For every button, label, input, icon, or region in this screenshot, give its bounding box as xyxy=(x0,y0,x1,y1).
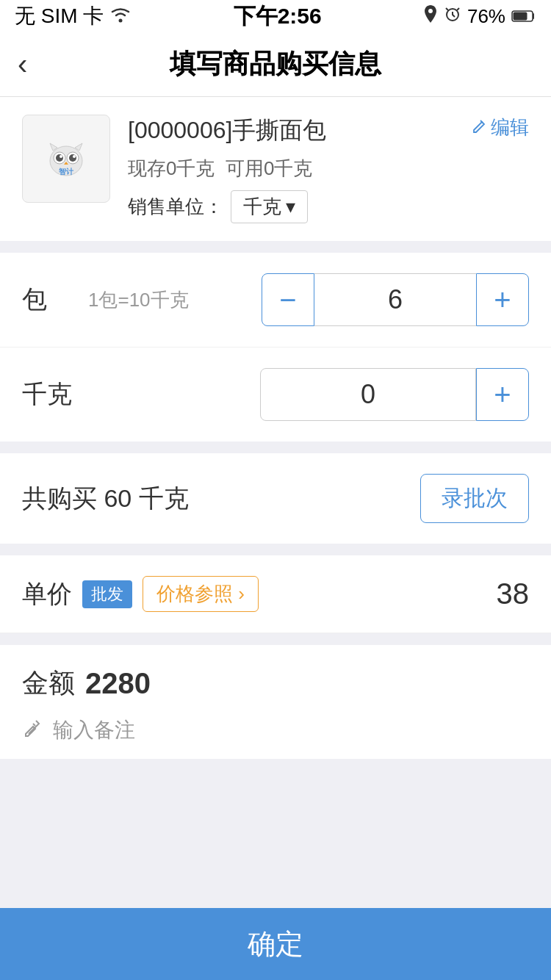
edit-icon xyxy=(472,116,488,139)
kg-row: 千克 + xyxy=(0,347,551,442)
batch-button[interactable]: 录批次 xyxy=(420,474,529,523)
confirm-button[interactable]: 确定 xyxy=(0,908,551,980)
pack-plus-button[interactable]: + xyxy=(476,273,529,326)
pencil-icon xyxy=(22,718,43,743)
status-time: 下午2:56 xyxy=(234,1,322,32)
summary-text: 共购买 60 千克 xyxy=(22,482,189,516)
product-name: [0000006]手撕面包 xyxy=(128,115,454,147)
svg-text:智计: 智计 xyxy=(58,167,74,176)
kg-plus-button[interactable]: + xyxy=(476,368,529,421)
price-badge: 批发 xyxy=(82,580,132,608)
pack-label: 包 xyxy=(22,283,81,317)
back-button[interactable]: ‹ xyxy=(18,48,27,81)
price-ref-button[interactable]: 价格参照 › xyxy=(143,576,259,612)
kg-input[interactable] xyxy=(260,368,476,421)
kg-controls: + xyxy=(260,368,529,421)
pack-hint: 1包=10千克 xyxy=(88,287,262,313)
status-bar: 无 SIM 卡 下午2:56 76% xyxy=(0,0,551,32)
svg-point-7 xyxy=(56,154,63,162)
summary-row: 共购买 60 千克 录批次 xyxy=(0,453,551,544)
location-icon xyxy=(423,5,438,28)
svg-rect-3 xyxy=(514,12,527,20)
quantity-section: 包 1包=10千克 − + 千克 + xyxy=(0,253,551,442)
pack-row: 包 1包=10千克 − + xyxy=(0,253,551,347)
unit-select[interactable]: 千克 ▾ xyxy=(231,190,308,223)
amount-label: 金额 xyxy=(22,666,75,702)
product-unit: 销售单位： 千克 ▾ xyxy=(128,190,454,223)
status-right: 76% xyxy=(423,5,536,28)
price-row: 单价 批发 价格参照 › 38 xyxy=(0,555,551,633)
amount-value: 2280 xyxy=(85,667,151,700)
product-stock: 现存0千克 可用0千克 xyxy=(128,156,454,181)
page-title: 填写商品购买信息 xyxy=(170,46,381,82)
price-value: 38 xyxy=(497,577,530,610)
battery-icon xyxy=(511,5,536,28)
edit-button[interactable]: 编辑 xyxy=(472,115,529,140)
svg-point-8 xyxy=(69,154,76,162)
remark-label: 输入备注 xyxy=(53,716,135,744)
amount-row: 金额 2280 xyxy=(22,666,529,702)
price-label: 单价 xyxy=(22,577,72,611)
price-section: 单价 批发 价格参照 › 38 xyxy=(0,555,551,633)
carrier-text: 无 SIM 卡 xyxy=(15,2,104,30)
remark-row[interactable]: 输入备注 xyxy=(22,716,529,744)
pack-minus-button[interactable]: − xyxy=(262,273,314,326)
svg-point-9 xyxy=(60,155,62,158)
pack-input[interactable] xyxy=(314,273,476,326)
product-image: 智计 xyxy=(22,115,110,203)
pack-controls: − + xyxy=(262,273,529,326)
wifi-icon xyxy=(109,4,132,28)
svg-point-0 xyxy=(119,19,123,23)
product-card: 智计 [0000006]手撕面包 现存0千克 可用0千克 销售单位： 千克 ▾ … xyxy=(0,97,551,241)
nav-bar: ‹ 填写商品购买信息 xyxy=(0,32,551,97)
kg-label: 千克 xyxy=(22,378,81,411)
battery-text: 76% xyxy=(467,5,505,28)
product-info: [0000006]手撕面包 现存0千克 可用0千克 销售单位： 千克 ▾ xyxy=(128,115,454,223)
status-left: 无 SIM 卡 xyxy=(15,2,132,30)
amount-section: 金额 2280 输入备注 xyxy=(0,645,551,759)
svg-point-10 xyxy=(73,155,76,158)
alarm-icon xyxy=(444,5,461,28)
